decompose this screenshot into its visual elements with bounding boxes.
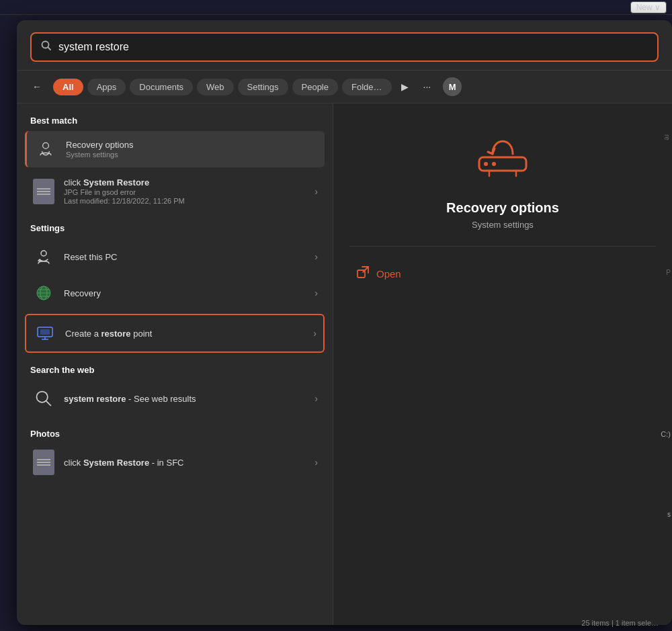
web-search-text: system restore - See web results [64, 394, 306, 404]
tab-more-button[interactable]: ··· [418, 79, 437, 95]
result-item-reset-this-pc[interactable]: Reset this PC › [25, 239, 325, 275]
globe-icon [32, 281, 56, 305]
web-search-title: system restore - See web results [64, 394, 306, 404]
monitor-icon [33, 321, 57, 345]
reset-this-pc-title: Reset this PC [64, 252, 306, 262]
search-query[interactable]: system restore [58, 41, 648, 53]
recovery-options-title: Recovery options [66, 140, 318, 150]
result-item-web-search[interactable]: system restore - See web results › [25, 380, 325, 417]
arrow-icon: › [314, 251, 318, 262]
right-edge: re [663, 134, 671, 140]
recovery-title: Recovery [64, 288, 306, 298]
open-label[interactable]: Open [376, 268, 401, 280]
click-system-restore-title: click System Restore [64, 177, 306, 187]
search-icon [41, 40, 52, 54]
photo-system-restore-text: click System Restore - in SFC [64, 458, 306, 468]
settings-label: Settings [25, 220, 325, 239]
svg-rect-12 [40, 329, 50, 335]
right-edge-c: C:) [661, 430, 671, 438]
main-content: Best match Recovery options System setti… [17, 103, 672, 625]
photo-system-restore-title: click System Restore - in SFC [64, 458, 306, 468]
result-item-photo-system-restore[interactable]: click System Restore - in SFC › [25, 444, 325, 480]
file-icon [32, 179, 56, 204]
search-overlay: system restore ← All Apps Documents Web … [17, 20, 672, 625]
photo-file-icon [32, 450, 56, 474]
tab-people[interactable]: People [292, 79, 338, 95]
arrow-icon: › [314, 393, 318, 404]
click-system-restore-meta: Last modified: 12/18/2022, 11:26 PM [64, 197, 306, 205]
back-button[interactable]: ← [28, 77, 46, 96]
svg-line-1 [48, 47, 50, 50]
tab-folders[interactable]: Folde… [342, 79, 392, 95]
arrow-icon: › [314, 186, 318, 197]
search-web-icon [32, 386, 56, 411]
open-action[interactable]: Open [349, 260, 656, 288]
tab-settings[interactable]: Settings [238, 79, 288, 95]
taskbar-strip: New ∨ [0, 0, 672, 15]
open-icon [356, 265, 370, 282]
photos-label: Photos [25, 426, 325, 444]
arrow-icon: › [313, 328, 317, 339]
detail-panel: Recovery options System settings Open [333, 103, 672, 625]
results-panel: Best match Recovery options System setti… [17, 103, 333, 625]
right-edge-p: P [666, 269, 671, 276]
new-button[interactable]: New ∨ [630, 1, 667, 13]
search-web-label: Search the web [25, 362, 325, 380]
svg-point-17 [492, 162, 496, 166]
detail-title: Recovery options [446, 200, 559, 216]
search-bar: system restore [30, 32, 659, 62]
svg-line-14 [46, 401, 50, 405]
search-bar-container: system restore [17, 20, 672, 71]
arrow-icon: › [314, 457, 318, 468]
tab-play-button[interactable]: ▶ [396, 79, 414, 95]
recovery-options-icon [34, 137, 58, 161]
result-item-click-system-restore[interactable]: click System Restore JPG File in gsod er… [25, 171, 325, 211]
result-item-recovery[interactable]: Recovery › [25, 275, 325, 311]
recovery-text: Recovery [64, 288, 306, 298]
recovery-options-subtitle: System settings [66, 151, 318, 159]
create-restore-point-title: Create a restore point [65, 329, 305, 339]
create-restore-point-text: Create a restore point [65, 329, 305, 339]
reset-this-pc-text: Reset this PC [64, 252, 306, 262]
arrow-icon: › [314, 288, 318, 298]
svg-point-3 [41, 251, 46, 256]
tab-all[interactable]: All [53, 79, 83, 95]
svg-point-2 [43, 142, 49, 149]
reset-icon [32, 245, 56, 269]
svg-point-13 [37, 392, 48, 403]
detail-recovery-icon [469, 124, 536, 187]
recovery-options-text: Recovery options System settings [66, 140, 318, 159]
bottom-status: 25 items | 1 item sele… [581, 619, 659, 627]
right-edge-s: s [667, 511, 671, 518]
svg-line-21 [363, 267, 368, 272]
click-system-restore-subtitle: JPG File in gsod error [64, 188, 306, 196]
svg-point-16 [484, 162, 488, 166]
click-system-restore-text: click System Restore JPG File in gsod er… [64, 177, 306, 205]
user-avatar[interactable]: M [443, 77, 462, 96]
tab-documents[interactable]: Documents [130, 79, 193, 95]
filter-tabs: ← All Apps Documents Web Settings People… [17, 71, 672, 103]
result-item-recovery-options[interactable]: Recovery options System settings [25, 131, 325, 167]
tab-apps[interactable]: Apps [87, 79, 126, 95]
detail-subtitle: System settings [472, 220, 534, 230]
detail-divider [349, 246, 656, 247]
tab-web[interactable]: Web [197, 79, 234, 95]
result-item-create-restore-point[interactable]: Create a restore point › [25, 314, 325, 353]
best-match-label: Best match [25, 113, 325, 131]
